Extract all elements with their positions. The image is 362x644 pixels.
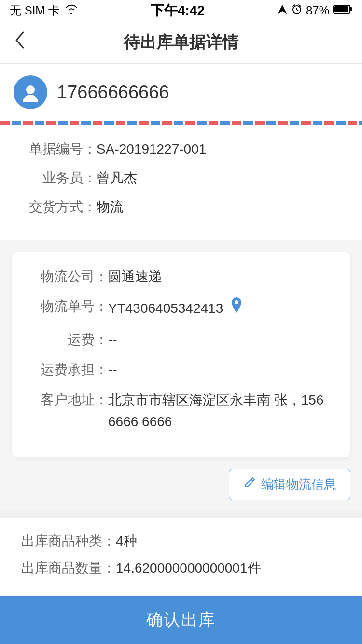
svg-rect-5 (350, 7, 352, 11)
status-right: 87% (277, 4, 352, 17)
goods-type-value: 4种 (116, 532, 343, 550)
edit-btn-row: 编辑物流信息 (0, 469, 362, 510)
edit-logistics-label: 编辑物流信息 (261, 476, 336, 493)
avatar (14, 75, 47, 109)
nav-bar: 待出库单据详情 (0, 21, 362, 64)
goods-type-row: 出库商品种类： 4种 (19, 532, 343, 550)
logistics-company-label: 物流公司： (31, 266, 108, 287)
logistics-card: 物流公司： 圆通速递 物流单号： YT43064053424​13 运费： --… (12, 252, 350, 457)
wifi-icon (65, 4, 78, 17)
alarm-icon (292, 4, 302, 17)
order-no-value: SA-20191227-001 (97, 139, 343, 159)
status-left: 无 SIM 卡 (10, 3, 78, 18)
order-info-section: 单据编号： SA-20191227-001 业务员： 曾凡杰 交货方式： 物流 (0, 125, 362, 240)
freight-bear-row: 运费承担： -- (31, 360, 331, 380)
back-button[interactable] (14, 30, 25, 54)
order-no-row: 单据编号： SA-20191227-001 (19, 139, 343, 159)
address-label: 客户地址： (31, 390, 108, 410)
freight-value: -- (108, 330, 331, 350)
page-title: 待出库单据详情 (124, 31, 238, 54)
sales-person-value: 曾凡杰 (97, 168, 343, 188)
address-row: 客户地址： 北京市市辖区海淀区永丰南 张，156 6666 6666 (31, 390, 331, 433)
order-no-label: 单据编号： (19, 139, 97, 159)
logistics-company-value: 圆通速递 (108, 266, 331, 287)
section-divider (0, 510, 362, 518)
delivery-method-row: 交货方式： 物流 (19, 197, 343, 217)
edit-icon (243, 476, 256, 493)
tracking-no-row: 物流单号： YT43064053424​13 (31, 296, 331, 320)
goods-quantity-row: 出库商品数量： 14.620000000000001件 (19, 559, 343, 577)
goods-quantity-label: 出库商品数量： (19, 559, 116, 577)
svg-line-3 (297, 10, 298, 11)
confirm-outbound-button[interactable]: 确认出库 (146, 609, 216, 631)
battery-text: 87% (306, 4, 329, 17)
edit-logistics-button[interactable]: 编辑物流信息 (229, 469, 350, 500)
delivery-method-value: 物流 (97, 197, 343, 217)
battery-icon (333, 4, 352, 17)
tracking-no-label: 物流单号： (31, 296, 108, 317)
svg-point-7 (26, 85, 35, 94)
goods-type-label: 出库商品种类： (19, 532, 116, 550)
location-service-icon (277, 4, 288, 17)
sales-person-row: 业务员： 曾凡杰 (19, 168, 343, 188)
sales-person-label: 业务员： (19, 168, 97, 188)
customer-section: 17666666666 (0, 64, 362, 121)
freight-label: 运费： (31, 330, 108, 350)
carrier-text: 无 SIM 卡 (10, 3, 60, 18)
freight-row: 运费： -- (31, 330, 331, 350)
svg-line-9 (251, 479, 253, 481)
goods-quantity-value: 14.620000000000001件 (116, 559, 343, 577)
address-value: 北京市市辖区海淀区永丰南 张，156 6666 6666 (108, 390, 331, 433)
tracking-no-value: YT43064053424​13 (108, 296, 331, 320)
status-bar: 无 SIM 卡 下午4:42 87% (0, 0, 362, 21)
freight-bear-label: 运费承担： (31, 360, 108, 380)
delivery-method-label: 交货方式： (19, 197, 97, 217)
track-location-icon[interactable] (229, 296, 244, 320)
svg-rect-6 (334, 6, 348, 12)
dashed-divider (0, 121, 362, 125)
customer-phone: 17666666666 (57, 82, 169, 103)
goods-section: 出库商品种类： 4种 出库商品数量： 14.620000000000001件 (0, 518, 362, 601)
bottom-bar: 确认出库 (0, 596, 362, 644)
status-time: 下午4:42 (151, 1, 205, 20)
svg-point-8 (235, 300, 238, 304)
freight-bear-value: -- (108, 360, 331, 380)
svg-marker-0 (278, 5, 287, 14)
logistics-company-row: 物流公司： 圆通速递 (31, 266, 331, 287)
